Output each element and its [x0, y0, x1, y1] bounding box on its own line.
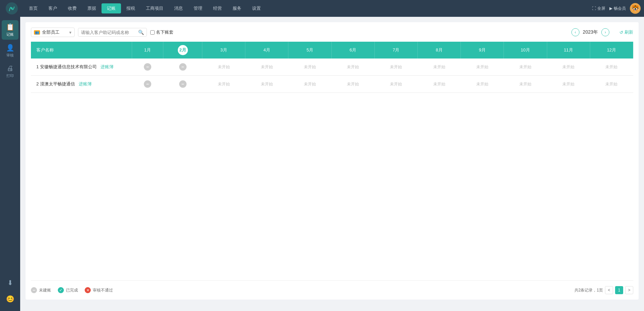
status-dash: − [179, 63, 187, 71]
next-year-button[interactable]: › [601, 28, 609, 36]
legend-failed: ✕ 审核不通过 [85, 287, 113, 293]
pagination: 共2条记录，1页 < 1 > [574, 286, 633, 294]
month-cell-4: 未开始 [245, 59, 288, 76]
employee-select[interactable]: 👥 全部员工 ▾ [31, 28, 75, 37]
prev-page-button[interactable]: < [605, 286, 613, 294]
month-cell-9: 未开始 [461, 76, 504, 93]
fullscreen-button[interactable]: ⛶ 全屏 [592, 6, 605, 11]
prev-year-button[interactable]: ‹ [571, 28, 579, 36]
sidebar-item-audit[interactable]: 👤 审核 [2, 41, 18, 61]
month-cell-12: 未开始 [590, 59, 633, 76]
print-icon: 🖨 [7, 65, 13, 72]
status-not-started: 未开始 [433, 65, 445, 69]
nav-home[interactable]: 首页 [24, 3, 43, 13]
table-wrapper: 客户名称 1月 2月 3月 4月 5月 6月 7月 8月 9月 10月 11月 [31, 42, 633, 280]
month-cell-6: 未开始 [331, 59, 374, 76]
col-month-1: 1月 [132, 42, 163, 59]
nav-settings[interactable]: 设置 [247, 3, 266, 13]
status-not-started: 未开始 [519, 65, 531, 69]
table-footer: − 未建账 ✓ 已完成 ✕ 审核不通过 共2条记 [31, 280, 633, 294]
month-cell-8: 未开始 [417, 76, 460, 93]
employee-icon: 👥 [34, 30, 40, 35]
search-button[interactable]: 🔍 [138, 30, 144, 35]
status-dash: − [179, 80, 187, 88]
legend-items: − 未建账 ✓ 已完成 ✕ 审核不通过 [31, 287, 113, 293]
year-nav: ‹ 2023年 › [571, 28, 609, 36]
month-cell-7: 未开始 [374, 59, 417, 76]
fullscreen-icon: ⛶ [592, 6, 596, 11]
current-month-circle: 2月 [178, 45, 188, 55]
month-cell-3: 未开始 [202, 59, 245, 76]
status-not-started: 未开始 [218, 82, 230, 86]
month-cell-9: 未开始 [461, 59, 504, 76]
status-not-started: 未开始 [605, 82, 617, 86]
audit-icon: 👤 [6, 44, 14, 52]
month-cell-5: 未开始 [288, 59, 331, 76]
member-button[interactable]: ▶ 畅会员 [609, 6, 626, 11]
main-content: 👥 全部员工 ▾ 🔍 名下账套 ‹ 2023年 › ↺ 刷新 [20, 17, 644, 311]
my-accounts-checkbox[interactable] [150, 30, 155, 35]
row-index: 1 [36, 64, 39, 69]
col-month-6: 6月 [331, 42, 374, 59]
col-month-5: 5月 [288, 42, 331, 59]
status-not-started: 未开始 [476, 65, 488, 69]
enter-ledger-link[interactable]: 进账簿 [100, 64, 114, 69]
month-cell-3: 未开始 [202, 76, 245, 93]
current-page-button[interactable]: 1 [615, 286, 623, 294]
nav-tax[interactable]: 报税 [121, 3, 140, 13]
sidebar-item-accounting[interactable]: 📋 记账 [2, 20, 18, 40]
status-not-started: 未开始 [261, 82, 273, 86]
logo[interactable] [3, 2, 20, 14]
nav-charge[interactable]: 收费 [63, 3, 82, 13]
status-dash: − [144, 63, 151, 71]
month-cell-4: 未开始 [245, 76, 288, 93]
nav-invoice[interactable]: 票据 [82, 3, 102, 13]
nav-manage[interactable]: 管理 [188, 3, 208, 13]
avatar[interactable]: 🐯 [630, 3, 641, 14]
month-cell-1: − [132, 59, 163, 76]
col-month-12: 12月 [590, 42, 633, 59]
col-month-2: 2月 [163, 42, 202, 59]
nav-right: ⛶ 全屏 ▶ 畅会员 🐯 [592, 3, 641, 14]
help-icon: 😊 [6, 295, 14, 303]
month-cell-2: − [163, 76, 202, 93]
col-month-10: 10月 [504, 42, 547, 59]
search-input[interactable] [81, 30, 138, 35]
nav-operations[interactable]: 经营 [208, 3, 227, 13]
year-display: 2023年 [583, 29, 598, 35]
month-cell-1: − [132, 76, 163, 93]
minus-icon: − [33, 287, 35, 293]
my-accounts-checkbox-label[interactable]: 名下账套 [150, 29, 173, 35]
col-month-7: 7月 [374, 42, 417, 59]
sidebar-download[interactable]: ⬇ [2, 276, 18, 289]
col-client-name: 客户名称 [31, 42, 132, 59]
sidebar-item-print[interactable]: 🖨 打印 [2, 62, 18, 81]
refresh-button[interactable]: ↺ 刷新 [619, 29, 633, 35]
month-cell-11: 未开始 [547, 59, 590, 76]
enter-ledger-link[interactable]: 进账簿 [79, 81, 92, 86]
chevron-down-icon: ▾ [69, 30, 72, 35]
month-cell-8: 未开始 [417, 59, 460, 76]
status-not-started: 未开始 [476, 82, 488, 86]
next-page-button[interactable]: > [625, 286, 633, 294]
nav-message[interactable]: 消息 [169, 3, 188, 13]
sidebar-help[interactable]: 😊 [2, 292, 18, 306]
month-cell-6: 未开始 [331, 76, 374, 93]
nav-business[interactable]: 工商项目 [140, 3, 169, 13]
legend-completed: ✓ 已完成 [58, 287, 78, 293]
toolbar: 👥 全部员工 ▾ 🔍 名下账套 ‹ 2023年 › ↺ 刷新 [31, 28, 633, 37]
status-not-started: 未开始 [390, 65, 402, 69]
legend-dot-red: ✕ [85, 287, 91, 293]
nav-accounting[interactable]: 记账 [102, 3, 121, 13]
accounting-icon: 📋 [6, 23, 14, 31]
status-not-started: 未开始 [347, 65, 359, 69]
nav-client[interactable]: 客户 [43, 3, 63, 13]
nav-service[interactable]: 服务 [227, 3, 247, 13]
content-card: 👥 全部员工 ▾ 🔍 名下账套 ‹ 2023年 › ↺ 刷新 [26, 22, 639, 300]
search-box: 🔍 [78, 28, 147, 37]
status-not-started: 未开始 [562, 65, 574, 69]
status-not-started: 未开始 [519, 82, 531, 86]
check-icon: ✓ [59, 288, 63, 293]
col-month-4: 4月 [245, 42, 288, 59]
status-not-started: 未开始 [347, 82, 359, 86]
